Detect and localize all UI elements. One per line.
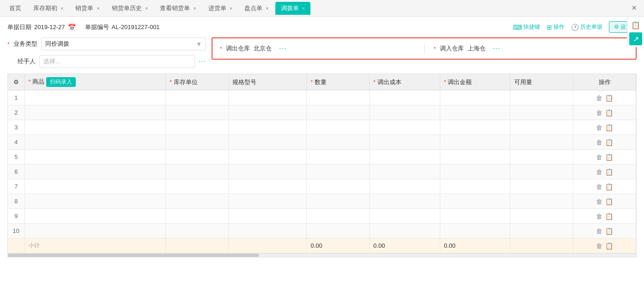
tab-inventory-init[interactable]: 库存期初 × <box>28 2 69 15</box>
tab-close-3[interactable]: × <box>145 6 148 11</box>
cell-qty[interactable] <box>307 120 370 135</box>
cell-unit[interactable] <box>165 209 228 224</box>
window-close-button[interactable]: × <box>628 3 640 13</box>
cell-unit[interactable] <box>165 150 228 165</box>
delete-row-icon[interactable]: 🗑 <box>596 153 602 161</box>
export-sidebar-icon[interactable]: ↗ <box>629 32 642 45</box>
delete-row-icon[interactable]: 🗑 <box>596 198 602 205</box>
cell-amount[interactable] <box>440 135 510 150</box>
delete-row-icon[interactable]: 🗑 <box>596 183 602 190</box>
cell-amount[interactable] <box>440 224 510 238</box>
cell-product[interactable] <box>24 91 165 105</box>
cell-qty[interactable] <box>307 179 370 194</box>
cell-unit[interactable] <box>165 135 228 150</box>
delete-row-icon[interactable]: 🗑 <box>596 213 602 220</box>
cell-spec[interactable] <box>228 165 307 179</box>
cell-qty[interactable] <box>307 91 370 105</box>
cell-product[interactable] <box>24 120 165 135</box>
cell-spec[interactable] <box>228 105 307 120</box>
calendar-icon[interactable]: 📅 <box>68 24 76 31</box>
cell-amount[interactable] <box>440 179 510 194</box>
cell-unit[interactable] <box>165 179 228 194</box>
delete-row-icon[interactable]: 🗑 <box>596 124 602 131</box>
copy-row-icon[interactable]: 📋 <box>605 168 613 176</box>
tab-view-sales[interactable]: 查看销货单 × <box>154 2 201 15</box>
cell-amount[interactable] <box>440 209 510 224</box>
copy-row-icon[interactable]: 📋 <box>605 94 613 102</box>
tab-close-4[interactable]: × <box>193 6 196 11</box>
cell-spec[interactable] <box>228 150 307 165</box>
out-warehouse-more[interactable]: ··· <box>279 44 286 53</box>
cell-available[interactable] <box>510 209 573 224</box>
tab-close-6[interactable]: × <box>266 6 268 11</box>
tab-home[interactable]: 首页 <box>4 2 27 15</box>
operator-placeholder[interactable]: 选择... <box>39 55 195 68</box>
cell-qty[interactable] <box>307 150 370 165</box>
cell-product[interactable] <box>24 165 165 179</box>
cell-unit[interactable] <box>165 91 228 105</box>
tab-sales-history[interactable]: 销货单历史 × <box>106 2 153 15</box>
cell-spec[interactable] <box>228 120 307 135</box>
cell-cost[interactable] <box>370 135 440 150</box>
cell-amount[interactable] <box>440 120 510 135</box>
cell-spec[interactable] <box>228 179 307 194</box>
cell-cost[interactable] <box>370 179 440 194</box>
cell-spec[interactable] <box>228 209 307 224</box>
copy-row-icon[interactable]: 📋 <box>605 109 613 116</box>
tab-stocktake[interactable]: 盘点单 × <box>239 2 274 15</box>
in-warehouse-more[interactable]: ··· <box>493 44 500 53</box>
cell-cost[interactable] <box>370 120 440 135</box>
cell-amount[interactable] <box>440 194 510 209</box>
cell-unit[interactable] <box>165 165 228 179</box>
cell-unit[interactable] <box>165 224 228 238</box>
delete-row-icon[interactable]: 🗑 <box>596 109 602 116</box>
tab-close-5[interactable]: × <box>230 6 232 11</box>
delete-row-icon[interactable]: 🗑 <box>596 227 602 235</box>
copy-row-icon[interactable]: 📋 <box>605 124 613 131</box>
cell-amount[interactable] <box>440 105 510 120</box>
cell-available[interactable] <box>510 135 573 150</box>
cell-available[interactable] <box>510 224 573 238</box>
operations-button[interactable]: ⊞ 操作 <box>547 23 565 31</box>
cell-available[interactable] <box>510 150 573 165</box>
horizontal-scrollbar[interactable] <box>8 253 636 257</box>
cell-product[interactable] <box>24 209 165 224</box>
cell-qty[interactable] <box>307 224 370 238</box>
shortcuts-button[interactable]: ⌨ 快捷键 <box>513 23 540 31</box>
cell-unit[interactable] <box>165 105 228 120</box>
cell-qty[interactable] <box>307 135 370 150</box>
cell-qty[interactable] <box>307 105 370 120</box>
biz-type-select[interactable]: 同价调拨 ▼ <box>41 37 206 50</box>
cell-product[interactable] <box>24 179 165 194</box>
note-sidebar-icon[interactable]: 📋 <box>629 18 642 31</box>
tab-sales[interactable]: 销货单 × <box>70 2 105 15</box>
copy-row-icon[interactable]: 📋 <box>605 213 613 220</box>
cell-qty[interactable] <box>307 209 370 224</box>
cell-available[interactable] <box>510 179 573 194</box>
history-docs-button[interactable]: 🕐 历史单据 <box>571 23 602 31</box>
tab-purchase[interactable]: 进货单 × <box>203 2 238 15</box>
cell-qty[interactable] <box>307 165 370 179</box>
biz-type-value[interactable]: 同价调拨 ▼ <box>41 37 206 50</box>
cell-spec[interactable] <box>228 91 307 105</box>
operator-more-dots[interactable]: ··· <box>199 57 206 66</box>
cell-cost[interactable] <box>370 224 440 238</box>
th-gear[interactable]: ⚙ <box>8 74 24 91</box>
cell-cost[interactable] <box>370 91 440 105</box>
cell-cost[interactable] <box>370 194 440 209</box>
cell-amount[interactable] <box>440 165 510 179</box>
cell-cost[interactable] <box>370 165 440 179</box>
copy-row-icon[interactable]: 📋 <box>605 227 613 235</box>
tab-transfer[interactable]: 调拨单 × <box>275 2 310 15</box>
delete-row-icon[interactable]: 🗑 <box>596 168 602 176</box>
cell-product[interactable] <box>24 150 165 165</box>
delete-row-icon[interactable]: 🗑 <box>596 139 602 146</box>
delete-icon[interactable]: 🗑 <box>596 242 602 250</box>
cell-cost[interactable] <box>370 209 440 224</box>
cell-qty[interactable] <box>307 194 370 209</box>
copy-icon[interactable]: 📋 <box>605 242 613 250</box>
cell-available[interactable] <box>510 194 573 209</box>
cell-product[interactable] <box>24 135 165 150</box>
cell-unit[interactable] <box>165 194 228 209</box>
copy-row-icon[interactable]: 📋 <box>605 153 613 161</box>
